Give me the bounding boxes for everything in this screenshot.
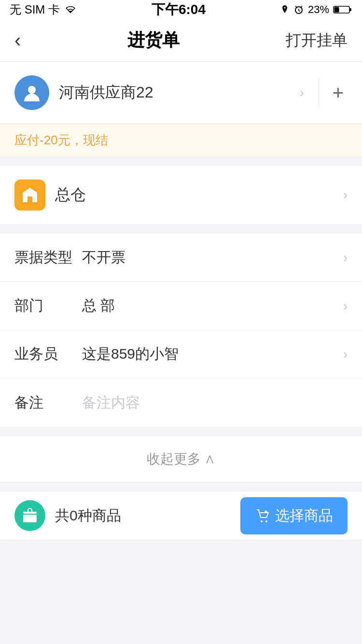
select-btn-label: 选择商品 <box>275 506 333 526</box>
warehouse-chevron-icon: › <box>343 187 348 203</box>
status-bar: 无 SIM 卡 下午6:04 23% <box>0 0 362 19</box>
supplier-name: 河南供应商22 <box>59 82 300 103</box>
nav-title: 进货单 <box>127 28 180 52</box>
collapse-toggle[interactable]: 收起更多 ∧ <box>0 436 362 482</box>
svg-point-7 <box>261 520 263 522</box>
status-icons: 23% <box>280 3 352 16</box>
salesperson-value: 这是859的小智 <box>77 344 338 364</box>
grey-background <box>0 540 362 644</box>
alarm-icon <box>293 4 304 15</box>
wifi-icon <box>64 5 77 14</box>
location-icon <box>280 4 290 15</box>
warehouse-icon <box>14 180 45 210</box>
back-button[interactable]: ‹ <box>14 29 21 51</box>
svg-rect-5 <box>23 512 37 514</box>
product-icon <box>14 500 45 531</box>
carrier-text: 无 SIM 卡 <box>10 2 60 17</box>
remark-row[interactable]: 备注 备注内容 <box>0 378 362 427</box>
invoice-type-value: 不开票 <box>77 248 338 267</box>
nav-bar: ‹ 进货单 打开挂单 <box>0 19 362 62</box>
supplier-row[interactable]: 河南供应商22 › + <box>0 62 362 124</box>
battery-icon <box>333 5 352 14</box>
svg-point-4 <box>28 86 36 94</box>
status-carrier: 无 SIM 卡 <box>10 2 77 17</box>
notice-banner: 应付-20元，现结 <box>0 124 362 156</box>
add-supplier-button[interactable]: + <box>319 78 348 107</box>
salesperson-row[interactable]: 业务员 这是859的小智 › <box>0 330 362 378</box>
salesperson-chevron-icon: › <box>343 347 348 362</box>
select-product-button[interactable]: 选择商品 <box>240 497 348 534</box>
invoice-type-chevron-icon: › <box>343 250 348 266</box>
bottom-bar: 共0种商品 选择商品 <box>0 491 362 540</box>
warehouse-row[interactable]: 总仓 › <box>0 166 362 224</box>
salesperson-label: 业务员 <box>14 344 77 364</box>
svg-rect-2 <box>349 8 351 11</box>
supplier-avatar <box>14 75 49 110</box>
content: 河南供应商22 › + 应付-20元，现结 总仓 › 票据类型 不开票 › 部门… <box>0 62 362 644</box>
svg-point-8 <box>265 520 267 522</box>
form-section: 票据类型 不开票 › 部门 总 部 › 业务员 这是859的小智 › 备注 备注… <box>0 234 362 427</box>
remark-label: 备注 <box>14 393 77 413</box>
product-count: 共0种商品 <box>55 506 240 526</box>
cart-icon <box>255 508 270 523</box>
remark-input[interactable]: 备注内容 <box>77 393 348 413</box>
battery-text: 23% <box>308 3 329 16</box>
notice-text: 应付-20元，现结 <box>14 133 108 147</box>
department-row[interactable]: 部门 总 部 › <box>0 282 362 330</box>
supplier-chevron-icon: › <box>300 85 304 100</box>
open-pending-button[interactable]: 打开挂单 <box>286 30 348 51</box>
warehouse-name: 总仓 <box>55 184 343 206</box>
department-chevron-icon: › <box>343 298 348 314</box>
svg-rect-3 <box>334 7 339 13</box>
svg-rect-6 <box>23 515 37 522</box>
supplier-section: 河南供应商22 › + 应付-20元，现结 <box>0 62 362 156</box>
invoice-type-label: 票据类型 <box>14 248 77 267</box>
collapse-label: 收起更多 ∧ <box>147 450 216 468</box>
department-label: 部门 <box>14 296 77 316</box>
department-value: 总 部 <box>77 296 338 316</box>
status-time: 下午6:04 <box>152 0 206 19</box>
invoice-type-row[interactable]: 票据类型 不开票 › <box>0 234 362 282</box>
